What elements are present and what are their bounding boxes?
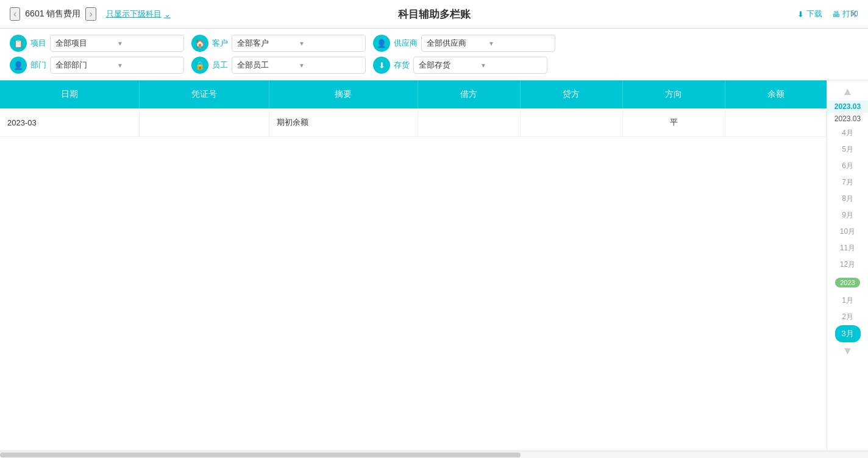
timeline-month-3-active[interactable]: 3月 xyxy=(835,325,861,342)
supplier-select[interactable]: 全部供应商 ▼ xyxy=(421,35,555,52)
department-icon: 👤 xyxy=(10,57,27,74)
col-debit: 借方 xyxy=(418,80,520,108)
employee-label: 员工 xyxy=(212,60,228,71)
department-select[interactable]: 全部部门 ▼ xyxy=(50,57,184,74)
project-select[interactable]: 全部项目 ▼ xyxy=(50,35,184,52)
account-code-label: 6601 销售费用 xyxy=(25,9,80,19)
inventory-icon: ⬇ xyxy=(373,57,390,74)
timeline-section-2023-03-top[interactable]: 2023.03 xyxy=(827,100,868,113)
print-icon: 🖶 xyxy=(832,10,840,19)
filter-row-2: 👤 部门 全部部门 ▼ 🔒 员工 全部员工 ▼ ⬇ 存货 xyxy=(10,57,858,74)
supplier-icon: 👤 xyxy=(373,35,390,52)
main-content: 日期 凭证号 摘要 借方 贷方 方向 余额 2023-03 期初余额 xyxy=(0,80,868,451)
employee-chevron-icon: ▼ xyxy=(299,62,360,69)
close-button[interactable]: ✕ xyxy=(849,7,858,21)
filter-customer: 🏠 客户 全部客户 ▼ xyxy=(191,35,366,52)
horizontal-scrollbar[interactable] xyxy=(0,451,868,458)
timeline-section-2023-03-bottom[interactable]: 2023.03 xyxy=(827,113,868,125)
customer-value: 全部客户 xyxy=(237,38,299,49)
timeline-month-1[interactable]: 1月 xyxy=(827,292,868,309)
timeline-month-11[interactable]: 11月 xyxy=(827,240,868,256)
timeline-month-5[interactable]: 5月 xyxy=(827,141,868,158)
cell-direction: 平 xyxy=(622,108,725,137)
project-icon: 📋 xyxy=(10,35,27,52)
cell-credit xyxy=(520,108,622,137)
page-title: 科目辅助多栏账 xyxy=(398,7,471,21)
supplier-chevron-icon: ▼ xyxy=(488,40,550,47)
prev-account-button[interactable]: ‹ xyxy=(10,7,20,21)
download-button[interactable]: ⬇ 下载 xyxy=(797,9,822,19)
filter-inventory: ⬇ 存货 全部存货 ▼ xyxy=(373,57,547,74)
table-row: 2023-03 期初余额 平 xyxy=(0,108,827,137)
cell-balance xyxy=(725,108,826,137)
table-area[interactable]: 日期 凭证号 摘要 借方 贷方 方向 余额 2023-03 期初余额 xyxy=(0,80,827,451)
timeline-month-8[interactable]: 8月 xyxy=(827,191,868,207)
year-badge: 2023 xyxy=(835,278,859,287)
cell-voucher xyxy=(140,108,269,137)
filter-area: 📋 项目 全部项目 ▼ 🏠 客户 全部客户 ▼ 👤 供应商 xyxy=(0,29,868,80)
top-bar: ‹ 6601 销售费用 › 只显示下级科目 ⌄ 科目辅助多栏账 ⬇ 下载 🖶 打… xyxy=(0,0,868,29)
department-chevron-icon: ▼ xyxy=(117,62,179,69)
timeline-month-10[interactable]: 10月 xyxy=(827,224,868,240)
customer-icon: 🏠 xyxy=(191,35,208,52)
supplier-value: 全部供应商 xyxy=(427,38,488,49)
supplier-label: 供应商 xyxy=(394,38,418,49)
timeline-month-4[interactable]: 4月 xyxy=(827,125,868,141)
project-label: 项目 xyxy=(30,38,46,49)
customer-select[interactable]: 全部客户 ▼ xyxy=(232,35,366,52)
timeline-down-arrow[interactable]: ▼ xyxy=(827,342,868,360)
inventory-chevron-icon: ▼ xyxy=(480,62,542,69)
employee-icon: 🔒 xyxy=(191,57,208,74)
sidebar-timeline: ▲ 2023.03 2023.03 4月 5月 6月 7月 8月 9月 10月 … xyxy=(827,80,868,451)
project-chevron-icon: ▼ xyxy=(117,40,179,47)
cell-debit xyxy=(418,108,520,137)
col-summary: 摘要 xyxy=(269,80,418,108)
timeline-month-6[interactable]: 6月 xyxy=(827,158,868,174)
table-header-row: 日期 凭证号 摘要 借方 贷方 方向 余额 xyxy=(0,80,827,108)
customer-chevron-icon: ▼ xyxy=(299,40,360,47)
timeline-month-12[interactable]: 12月 xyxy=(827,256,868,273)
employee-select[interactable]: 全部员工 ▼ xyxy=(232,57,366,74)
department-label: 部门 xyxy=(30,60,46,71)
col-direction: 方向 xyxy=(622,80,725,108)
cell-summary: 期初余额 xyxy=(269,108,418,137)
filter-row-1: 📋 项目 全部项目 ▼ 🏠 客户 全部客户 ▼ 👤 供应商 xyxy=(10,35,858,52)
timeline-month-2[interactable]: 2月 xyxy=(827,309,868,325)
filter-supplier: 👤 供应商 全部供应商 ▼ xyxy=(373,35,555,52)
cell-date: 2023-03 xyxy=(0,108,140,137)
inventory-select[interactable]: 全部存货 ▼ xyxy=(413,57,547,74)
timeline-up-arrow[interactable]: ▲ xyxy=(827,83,868,100)
project-value: 全部项目 xyxy=(55,38,117,49)
customer-label: 客户 xyxy=(212,38,228,49)
filter-department: 👤 部门 全部部门 ▼ xyxy=(10,57,184,74)
scrollbar-thumb[interactable] xyxy=(0,453,521,457)
main-window: ‹ 6601 销售费用 › 只显示下级科目 ⌄ 科目辅助多栏账 ⬇ 下载 🖶 打… xyxy=(0,0,868,458)
inventory-value: 全部存货 xyxy=(419,60,480,71)
timeline-month-9[interactable]: 9月 xyxy=(827,207,868,224)
col-voucher: 凭证号 xyxy=(140,80,269,108)
chevron-down-icon: ⌄ xyxy=(164,10,171,19)
filter-employee: 🔒 员工 全部员工 ▼ xyxy=(191,57,366,74)
col-credit: 贷方 xyxy=(520,80,622,108)
col-date: 日期 xyxy=(0,80,140,108)
data-table: 日期 凭证号 摘要 借方 贷方 方向 余额 2023-03 期初余额 xyxy=(0,80,827,137)
show-sub-accounts-button[interactable]: 只显示下级科目 ⌄ xyxy=(106,9,171,19)
employee-value: 全部员工 xyxy=(237,60,299,71)
timeline-month-7[interactable]: 7月 xyxy=(827,174,868,191)
col-balance: 余额 xyxy=(725,80,826,108)
filter-project: 📋 项目 全部项目 ▼ xyxy=(10,35,184,52)
department-value: 全部部门 xyxy=(55,60,117,71)
inventory-label: 存货 xyxy=(394,60,410,71)
next-account-button[interactable]: › xyxy=(85,7,96,21)
download-icon: ⬇ xyxy=(797,10,804,19)
